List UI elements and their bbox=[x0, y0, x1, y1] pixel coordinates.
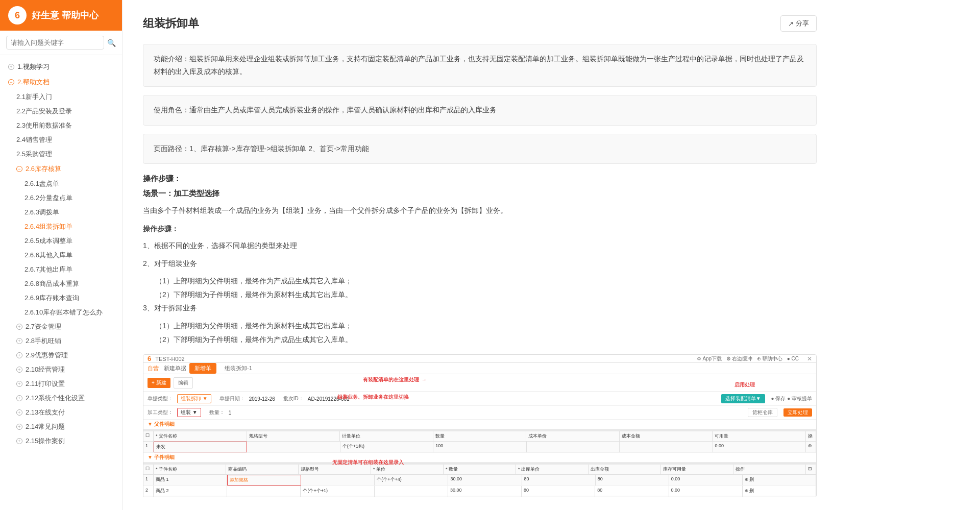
item-label: 2.2产品安装及登录 bbox=[16, 107, 72, 116]
item-label: 2.3使用前数据准备 bbox=[16, 121, 72, 130]
col-goods: * 父件名称 bbox=[154, 431, 247, 441]
cell-code3 bbox=[227, 496, 301, 497]
item-label: 2.6库存核算 bbox=[26, 164, 61, 174]
ops-heading: 操作步骤： bbox=[143, 174, 817, 184]
expand-icon: + bbox=[16, 438, 22, 444]
toolbar-edit[interactable]: 编辑 bbox=[174, 377, 193, 388]
sidebar-item-cases[interactable]: + 2.15操作案例 bbox=[0, 434, 122, 448]
cell-check: 1 bbox=[143, 442, 154, 452]
cell-price bbox=[527, 442, 620, 452]
sidebar-item-cost-adjust[interactable]: 2.6.5成本调整单 bbox=[8, 234, 122, 248]
sidebar-item-settings[interactable]: + 2.12系统个性化设置 bbox=[0, 391, 122, 405]
annotation-2-text: 组装业务、拆卸业务在这里切换 bbox=[337, 394, 409, 400]
role-text: 使用角色：通常由生产人员或库管人员完成拆装业务的操作，库管人员确认原材料的出库和… bbox=[154, 106, 497, 114]
app-nav: 自营 新建单据 新增单 组装拆卸-1 bbox=[143, 363, 816, 374]
annotation-3: 启用处理 bbox=[734, 381, 755, 388]
app-titlebar: 6 TEST-H002 ⚙ App下载 ⚙ 右边缓冲 ⊕ 帮助中心 ● CC ✕ bbox=[143, 355, 816, 363]
annotation-3-text: 启用处理 bbox=[734, 382, 755, 387]
nav-separator: 新建单据 bbox=[164, 365, 186, 372]
expand-icon: + bbox=[16, 409, 22, 416]
toolbar-add[interactable]: + 新建 bbox=[148, 378, 170, 388]
inventory-sub-items: 2.6.1盘点单 2.6.2分量盘点单 2.6.3调拨单 2.6.4组装拆卸单 … bbox=[0, 177, 122, 320]
share-button[interactable]: ↗ 分享 bbox=[780, 15, 817, 32]
cell-price4: 80 bbox=[522, 486, 595, 496]
sidebar-item-coupon[interactable]: + 2.9优惠券管理 bbox=[0, 348, 122, 362]
sidebar-item-ledger-fix[interactable]: 2.6.10库存账本错了怎么办 bbox=[8, 305, 122, 320]
form-row-2: 加工类型： 组装 ▼ 数量： 1 货柜仓库 立即处理 bbox=[143, 406, 816, 420]
lower-table-row-3: 3 0.00 ⊕ 删 bbox=[143, 496, 816, 497]
lower-table-header: ☐ * 子件名称 商品编码 规格型号 * 单位 * 数量 * 出库单价 出库金额… bbox=[143, 465, 816, 475]
app-logo: 6 bbox=[148, 355, 151, 362]
sidebar-item-business-mgmt[interactable]: + 2.10经营管理 bbox=[0, 362, 122, 377]
step-1: 1、根据不同的业务，选择不同单据的类型来处理 bbox=[143, 239, 817, 253]
expand-icon: + bbox=[16, 338, 22, 344]
tab-detail-label: 组装拆卸-1 bbox=[225, 365, 252, 371]
expand-icon: + bbox=[16, 395, 22, 401]
sidebar-item-online-pay[interactable]: + 2.13在线支付 bbox=[0, 405, 122, 420]
sidebar-item-ledger-query[interactable]: 2.6.9库存账本查询 bbox=[8, 291, 122, 305]
sidebar-title: 好生意 帮助中心 bbox=[32, 9, 99, 21]
cell-avail2: 0.00 bbox=[669, 475, 743, 485]
item-label: 2.6.6其他入库单 bbox=[24, 251, 72, 260]
lower-table-row-1: 1 商品 1 添加规格 个(个+个+4) 30.00 80 80 0.00 ⊕ … bbox=[143, 475, 816, 486]
logo-text: 6 bbox=[15, 10, 20, 21]
form-submit-btn[interactable]: 立即处理 bbox=[783, 408, 812, 417]
col-child-price1: * 出库单价 bbox=[516, 465, 589, 474]
sidebar-item-partial-check[interactable]: 2.6.2分量盘点单 bbox=[8, 191, 122, 205]
app-titlebar-id: TEST-H002 bbox=[155, 356, 184, 362]
sidebar-item-cost-recalc[interactable]: 2.6.8商品成本重算 bbox=[8, 277, 122, 291]
sidebar-item-install[interactable]: 2.2产品安装及登录 bbox=[0, 104, 122, 118]
collapse-icon: − bbox=[16, 166, 22, 172]
col-child-qty: * 数量 bbox=[444, 465, 516, 474]
sidebar-header: 6 好生意 帮助中心 bbox=[0, 0, 122, 31]
cell-goods: 未发 bbox=[154, 442, 247, 452]
sidebar-item-inventory[interactable]: − 2.6库存核算 bbox=[0, 161, 122, 177]
cell-avail4: 0.00 bbox=[669, 496, 743, 497]
cell-ops2: ⊕ 删 bbox=[743, 475, 816, 485]
section-label-child: ▼ 子件明细 bbox=[143, 453, 816, 463]
cell-amount bbox=[620, 442, 713, 452]
sidebar-item-other-in[interactable]: 2.6.6其他入库单 bbox=[8, 248, 122, 262]
sidebar-item-print[interactable]: + 2.11打印设置 bbox=[0, 377, 122, 391]
sidebar-item-beginner[interactable]: 2.1新手入门 bbox=[0, 90, 122, 104]
sidebar-item-label: 2.帮助文档 bbox=[17, 78, 50, 87]
cell-name: 商品 1 bbox=[154, 475, 227, 485]
sidebar-item-other-out[interactable]: 2.6.7其他出库单 bbox=[8, 262, 122, 277]
sidebar-item-data-prep[interactable]: 2.3使用前数据准备 bbox=[0, 118, 122, 133]
col-qty: 数量 bbox=[433, 431, 527, 441]
item-label: 2.6.1盘点单 bbox=[24, 179, 59, 188]
close-icon[interactable]: ✕ bbox=[807, 355, 812, 362]
search-box: 🔍 bbox=[0, 31, 122, 55]
sidebar-item-purchase[interactable]: 2.5采购管理 bbox=[0, 147, 122, 161]
scene-desc-text: 当由多个子件材料组装成一个成品的业务为【组装】业务，当由一个父件拆分成多个子产品… bbox=[143, 206, 507, 214]
item-label: 2.15操作案例 bbox=[26, 436, 65, 446]
col-count-unit: 计量单位 bbox=[340, 431, 433, 441]
share-label: 分享 bbox=[796, 19, 809, 28]
annotation-1-text: 有装配清单的在这里处理 bbox=[363, 377, 419, 382]
sidebar-item-help-docs[interactable]: − 2.帮助文档 bbox=[0, 75, 122, 90]
item-label: 2.6.9库存账本查询 bbox=[24, 294, 79, 303]
cell-qty4 bbox=[448, 496, 522, 497]
sidebar-item-mobile[interactable]: + 2.8手机旺铺 bbox=[0, 334, 122, 348]
col-child-price2: 出库金额 bbox=[589, 465, 661, 474]
form-label-qty: 数量： bbox=[209, 409, 225, 416]
sidebar-item-video-learning[interactable]: + 1.视频学习 bbox=[0, 59, 122, 75]
sidebar-item-sales[interactable]: 2.4销售管理 bbox=[0, 133, 122, 147]
sidebar: 6 好生意 帮助中心 🔍 + 1.视频学习 − 2.帮助文档 2.1新手入门 bbox=[0, 0, 122, 510]
search-icon[interactable]: 🔍 bbox=[107, 39, 116, 47]
logo: 6 bbox=[8, 6, 27, 25]
expand-icon: + bbox=[16, 381, 22, 387]
cell-avail3: 0.00 bbox=[669, 486, 743, 496]
sidebar-item-finance[interactable]: + 2.7资金管理 bbox=[0, 320, 122, 334]
cell-unit4 bbox=[375, 496, 448, 497]
sidebar-item-assembly[interactable]: 2.6.4组装拆卸单 bbox=[8, 220, 122, 234]
app-tab-detail[interactable]: 组装拆卸-1 bbox=[219, 363, 257, 374]
app-tab-new[interactable]: 新增单 bbox=[189, 363, 216, 374]
sidebar-item-transfer[interactable]: 2.6.3调拨单 bbox=[8, 205, 122, 220]
sidebar-item-stock-check[interactable]: 2.6.1盘点单 bbox=[8, 177, 122, 191]
sidebar-item-faq[interactable]: + 2.14常见问题 bbox=[0, 420, 122, 434]
cell-ops4: ⊕ 删 bbox=[743, 496, 816, 497]
search-input[interactable] bbox=[6, 36, 104, 50]
item-label: 2.8手机旺铺 bbox=[26, 336, 61, 346]
main-content: 组装拆卸单 ↗ 分享 功能介绍：组装拆卸单用来处理企业组装或拆卸等加工业务，支持… bbox=[122, 0, 980, 510]
